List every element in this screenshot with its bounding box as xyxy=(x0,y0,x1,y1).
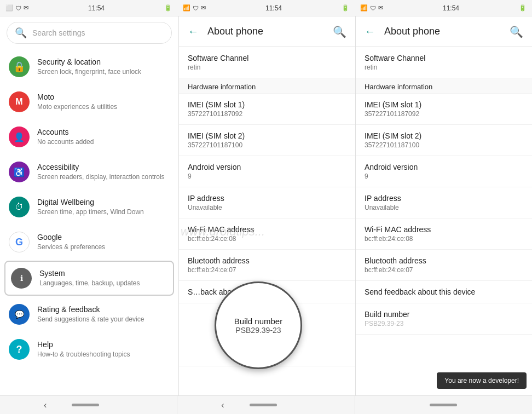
main-layout: www.droidtips... 🔍 Search settings 🔒 Sec… xyxy=(0,16,532,395)
about-item-hardware-info-header: Hardware information xyxy=(179,78,355,94)
search-icon-right[interactable]: 🔍 xyxy=(510,25,523,38)
system-subtitle: Languages, time, backup, updates xyxy=(39,279,167,288)
about-panel-middle-header: ← About phone 🔍 xyxy=(179,16,355,47)
about-r-bluetooth-subtitle: bc:ff:eb:24:ce:07 xyxy=(365,266,523,274)
about-r-ip-subtitle: Unavailable xyxy=(365,204,523,211)
about-imei1-subtitle: 357227101187092 xyxy=(188,110,346,118)
sidebar-item-google[interactable]: G Google Services & preferences xyxy=(0,225,178,260)
about-android-title: Android version xyxy=(188,163,346,171)
about-wifi-title: Wi-Fi MAC address xyxy=(188,225,346,234)
about-item-software-channel[interactable]: Software Channel retin xyxy=(179,47,355,78)
about-item-build[interactable]: Build number PSB29.39-23 Build number PS… xyxy=(179,303,355,366)
about-r-imei1-title: IMEI (SIM slot 1) xyxy=(365,100,523,109)
about-bluetooth-subtitle: bc:ff:eb:24:ce:07 xyxy=(188,266,346,274)
about-imei2-title: IMEI (SIM slot 2) xyxy=(188,131,346,140)
nav-back-left[interactable]: ‹ xyxy=(44,400,47,410)
nav-pill-right[interactable] xyxy=(430,404,457,406)
about-wifi-subtitle: bc:ff:eb:24:ce:08 xyxy=(188,235,346,243)
help-subtitle: How-to & troubleshooting topics xyxy=(37,350,170,359)
help-text: Help How-to & troubleshooting topics xyxy=(37,340,170,359)
about-r-android-subtitle: 9 xyxy=(365,173,523,180)
about-item-r-ip[interactable]: IP address Unavailable xyxy=(356,187,532,219)
about-item-r-hardware-header: Hardware information xyxy=(356,78,532,94)
rating-text: Rating & feedback Send suggestions & rat… xyxy=(37,304,170,324)
about-list-right: Software Channel retin Hardware informat… xyxy=(356,47,532,395)
back-arrow-right[interactable]: ← xyxy=(365,25,375,38)
help-title: Help xyxy=(37,340,170,349)
about-software-channel-title: Software Channel xyxy=(188,54,346,62)
sidebar-item-moto[interactable]: M Moto Moto experiences & utilities xyxy=(0,84,178,119)
back-arrow-middle[interactable]: ← xyxy=(188,25,199,38)
moto-title: Moto xyxy=(37,92,170,102)
google-icon: G xyxy=(9,232,30,252)
build-number-circle: Build number PSB29.39-23 xyxy=(215,281,302,369)
search-icon-middle[interactable]: 🔍 xyxy=(333,25,346,38)
settings-list: 🔒 Security & location Screen lock, finge… xyxy=(0,49,178,395)
about-panel-middle: ← About phone 🔍 Software Channel retin H… xyxy=(179,16,356,395)
message-icon-right: ✉ xyxy=(378,4,383,12)
nav-pill-middle[interactable] xyxy=(250,404,277,406)
shield-icon-right: 🛡 xyxy=(370,5,376,12)
wellbeing-title: Digital Wellbeing xyxy=(37,197,170,207)
nav-pill-left[interactable] xyxy=(72,404,99,406)
moto-subtitle: Moto experiences & utilities xyxy=(37,103,170,112)
wellbeing-icon: ⏱ xyxy=(9,197,30,217)
file-icon: ⬜ xyxy=(5,4,13,12)
navigation-bar: ‹ ‹ xyxy=(0,395,532,414)
google-subtitle: Services & preferences xyxy=(37,243,170,252)
sidebar-item-rating[interactable]: 💬 Rating & feedback Send suggestions & r… xyxy=(0,297,178,332)
about-item-r-wifi[interactable]: Wi-Fi MAC address bc:ff:eb:24:ce:08 xyxy=(356,219,532,250)
status-time-mid: 11:54 xyxy=(265,4,282,12)
sidebar-item-accessibility[interactable]: ♿ Accessibility Screen readers, display,… xyxy=(0,154,178,189)
about-item-imei1[interactable]: IMEI (SIM slot 1) 357227101187092 xyxy=(179,94,355,125)
status-bar-right: 📶 🛡 ✉ 11:54 🔋 xyxy=(355,4,532,12)
about-title-middle: About phone xyxy=(207,26,324,37)
about-item-wifi-mac[interactable]: Wi-Fi MAC address bc:ff:eb:24:ce:08 xyxy=(179,219,355,250)
signal-icon-mid: 📶 xyxy=(183,4,190,12)
status-bar-middle: 📶 🛡 ✉ 11:54 🔋 xyxy=(177,4,355,12)
about-item-imei2[interactable]: IMEI (SIM slot 2) 357227101187100 xyxy=(179,125,355,156)
accessibility-subtitle: Screen readers, display, interaction con… xyxy=(37,173,170,182)
status-bar-left: ⬜ 🛡 ✉ 11:54 🔋 xyxy=(0,4,177,12)
about-item-r-imei2[interactable]: IMEI (SIM slot 2) 357227101187100 xyxy=(356,125,532,156)
sidebar-item-security[interactable]: 🔒 Security & location Screen lock, finge… xyxy=(0,49,178,84)
accounts-text: Accounts No accounts added xyxy=(37,127,170,147)
about-item-android-version[interactable]: Android version 9 xyxy=(179,156,355,187)
search-placeholder: Search settings xyxy=(32,28,85,37)
nav-section-middle: ‹ xyxy=(177,396,355,414)
settings-panel: 🔍 Search settings 🔒 Security & location … xyxy=(0,16,179,395)
accessibility-title: Accessibility xyxy=(37,162,170,172)
battery-icon-right: 🔋 xyxy=(519,4,527,12)
nav-back-middle[interactable]: ‹ xyxy=(221,400,224,410)
sidebar-item-system[interactable]: ℹ System Languages, time, backup, update… xyxy=(4,261,174,296)
status-time-right: 11:54 xyxy=(443,4,459,12)
help-icon: ? xyxy=(9,339,30,360)
about-ip-title: IP address xyxy=(188,194,346,203)
accounts-title: Accounts xyxy=(37,127,170,137)
about-item-r-feedback[interactable]: Send feedback about this device xyxy=(356,281,532,303)
sidebar-item-help[interactable]: ? Help How-to & troubleshooting topics xyxy=(0,332,178,367)
status-bar: ⬜ 🛡 ✉ 11:54 🔋 📶 🛡 ✉ 11:54 🔋 📶 🛡 ✉ 11:54 … xyxy=(0,0,532,16)
status-icons-middle: 📶 🛡 ✉ xyxy=(183,4,206,12)
about-item-ip[interactable]: IP address Unavailable xyxy=(179,187,355,219)
shield-icon-mid: 🛡 xyxy=(193,5,199,12)
about-item-r-android[interactable]: Android version 9 xyxy=(356,156,532,187)
about-item-r-software[interactable]: Software Channel retin xyxy=(356,47,532,78)
search-bar[interactable]: 🔍 Search settings xyxy=(7,22,172,44)
about-r-android-title: Android version xyxy=(365,163,523,171)
about-item-r-imei1[interactable]: IMEI (SIM slot 1) 357227101187092 xyxy=(356,94,532,125)
about-software-channel-subtitle: retin xyxy=(188,64,346,71)
system-title: System xyxy=(39,268,167,278)
hardware-info-label: Hardware information xyxy=(188,83,256,91)
sidebar-item-accounts[interactable]: 👤 Accounts No accounts added xyxy=(0,119,178,154)
about-item-r-build[interactable]: Build number PSB29.39-23 xyxy=(356,303,532,335)
system-text: System Languages, time, backup, updates xyxy=(39,268,167,288)
security-subtitle: Screen lock, fingerprint, face unlock xyxy=(37,68,170,77)
toast-notification: You are now a developer! xyxy=(437,372,527,389)
security-text: Security & location Screen lock, fingerp… xyxy=(37,57,170,77)
sidebar-item-wellbeing[interactable]: ⏱ Digital Wellbeing Screen time, app tim… xyxy=(0,189,178,225)
about-item-r-bluetooth[interactable]: Bluetooth address bc:ff:eb:24:ce:07 xyxy=(356,250,532,281)
status-icons-left: ⬜ 🛡 ✉ xyxy=(5,4,28,12)
moto-icon: M xyxy=(9,91,30,112)
about-item-bluetooth[interactable]: Bluetooth address bc:ff:eb:24:ce:07 xyxy=(179,250,355,281)
